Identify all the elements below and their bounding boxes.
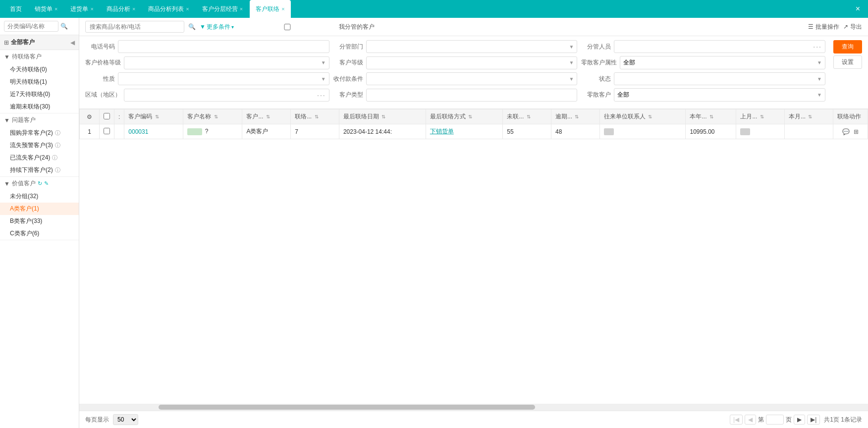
nature-label: 性质 (85, 75, 115, 83)
close-purchase-icon[interactable]: × (90, 6, 93, 12)
customer-level-select[interactable]: ▼ (366, 56, 578, 69)
total-pages-label: 页 (786, 416, 792, 424)
last-month-block (740, 128, 750, 135)
page-size-select[interactable]: 50 20 100 200 (113, 414, 138, 425)
close-sales-icon[interactable]: × (54, 6, 57, 12)
pagination: |◀ ◀ 第 1 页 ▶ ▶| (730, 415, 820, 425)
th-this-month[interactable]: 本月... ⇅ (785, 109, 833, 124)
chat-action-icon[interactable]: 💬 (842, 128, 850, 135)
sidebar-all-customers-header: ⊞ 全部客户 ◀ (0, 35, 79, 50)
edit-group-icon[interactable]: ✎ (44, 180, 49, 187)
nav-tab-home[interactable]: 首页 (4, 0, 28, 18)
close-product-analysis-icon[interactable]: × (132, 6, 135, 12)
price-level-select[interactable]: ▼ (124, 56, 329, 69)
phone-input[interactable] (118, 40, 329, 53)
row-last-method[interactable]: 下销货单 (426, 124, 503, 139)
sidebar-item-churned[interactable]: 已流失客户(24) ⓘ (0, 152, 79, 164)
sidebar-section-value-title[interactable]: ▼ 价值客户 ↻ ✎ (0, 177, 79, 190)
close-product-list-icon[interactable]: × (186, 6, 189, 12)
sidebar-item-churn-warning[interactable]: 流失预警客户(3) ⓘ (0, 139, 79, 152)
row-checkbox[interactable] (104, 128, 110, 134)
th-last-date[interactable]: 最后联络日期 ⇅ (339, 109, 426, 124)
sidebar-item-today[interactable]: 今天待联络(0) (0, 63, 79, 76)
row-index: 1 (80, 124, 100, 139)
dept-select[interactable]: ▼ (366, 40, 578, 53)
th-name[interactable]: 客户名称 ⇅ (183, 109, 242, 124)
collapse-sidebar-icon[interactable]: ◀ (70, 39, 75, 46)
status-select[interactable]: ▼ (614, 72, 825, 85)
th-settings[interactable]: ⚙ (80, 109, 100, 124)
sidebar-item-tomorrow[interactable]: 明天待联络(1) (0, 76, 79, 88)
th-this-year[interactable]: 本年... ⇅ (686, 109, 736, 124)
nav-tab-customer-tier[interactable]: 客户分层经营 × (196, 0, 249, 18)
batch-operation-button[interactable]: ☰ 批量操作 (808, 23, 839, 31)
search-input[interactable] (85, 21, 184, 33)
th-contact[interactable]: 联络... ⇅ (291, 109, 339, 124)
last-page-button[interactable]: ▶| (807, 415, 820, 425)
nature-select[interactable]: ▼ (118, 72, 329, 85)
my-customers-check[interactable] (238, 24, 337, 30)
b-class-label: B类客户(33) (10, 217, 42, 225)
row-code[interactable]: 000031 (124, 124, 183, 139)
export-button[interactable]: ↗ 导出 (843, 23, 862, 31)
th-no-contact[interactable]: 未联... ⇅ (503, 109, 551, 124)
nav-tab-product-analysis[interactable]: 商品分析 × (101, 0, 141, 18)
th-actions: 联络动作 (833, 109, 868, 124)
sidebar-search-input[interactable] (4, 21, 58, 32)
horizontal-scrollbar[interactable] (79, 404, 868, 411)
nav-tab-purchase[interactable]: 进货单 × (64, 0, 99, 18)
th-contact-person[interactable]: 往来单位联系人 ⇅ (599, 109, 686, 124)
my-customers-checkbox[interactable]: 我分管的客户 (238, 23, 375, 31)
sidebar-item-declining[interactable]: 持续下滑客户(2) ⓘ (0, 164, 79, 176)
search-button[interactable]: 🔍 (188, 23, 196, 30)
sidebar-item-b-class[interactable]: B类客户(33) (0, 215, 79, 227)
th-last-month[interactable]: 上月... ⇅ (736, 109, 785, 124)
next-page-button[interactable]: ▶ (794, 415, 805, 425)
scrollbar-thumb[interactable] (159, 405, 535, 410)
region-select[interactable]: ··· (124, 89, 329, 102)
th-overdue[interactable]: 逾期... ⇅ (551, 109, 600, 124)
retail-attr-select[interactable]: 全部 ▼ (620, 56, 825, 69)
sidebar-item-c-class[interactable]: C类客户(6) (0, 227, 79, 240)
sidebar-item-7days[interactable]: 近7天待联络(0) (0, 88, 79, 101)
row-no-contact: 55 (503, 124, 551, 139)
sidebar-section-waiting-title[interactable]: ▼ 待联络客户 (0, 50, 79, 63)
sidebar-section-problem-title[interactable]: ▼ 问题客户 (0, 113, 79, 127)
retail-attr-value: 全部 (623, 58, 635, 67)
manager-select[interactable]: ··· (614, 40, 825, 53)
more-filters-button[interactable]: ▼ 更多条件 ▾ (200, 23, 234, 31)
sidebar-item-a-class[interactable]: A类客户(1) (0, 203, 79, 215)
sidebar-item-overdue[interactable]: 逾期未联络(30) (0, 101, 79, 113)
filter-status: 状态 ▼ (581, 72, 825, 85)
settings-button[interactable]: 设置 (833, 55, 862, 69)
last-method-link[interactable]: 下销货单 (430, 128, 454, 135)
prev-page-button[interactable]: ◀ (745, 415, 756, 425)
customer-type-input[interactable] (366, 89, 578, 102)
th-customer-type[interactable]: 客户... ⇅ (242, 109, 291, 124)
grid-action-icon[interactable]: ⊞ (854, 128, 859, 135)
first-page-button[interactable]: |◀ (730, 415, 743, 425)
sidebar-item-unclassified[interactable]: 未分组(32) (0, 190, 79, 203)
th-code[interactable]: 客户编码 ⇅ (124, 109, 183, 124)
sidebar-item-hoarding[interactable]: 囤购异常客户(2) ⓘ (0, 127, 79, 139)
row-last-date: 2023-04-12 14:44: (339, 124, 426, 139)
query-button[interactable]: 查询 (833, 40, 862, 54)
refresh-icon[interactable]: ↻ (38, 180, 42, 187)
main-layout: 🔍 ⊞ 全部客户 ◀ ▼ 待联络客户 今天待联络(0) 明天待联络(1) 近7天… (0, 18, 868, 428)
row-this-year: 10995.00 (686, 124, 736, 139)
close-customer-tier-icon[interactable]: × (240, 6, 243, 12)
close-customer-contact-icon[interactable]: × (281, 6, 284, 12)
sidebar-search-icon[interactable]: 🔍 (60, 23, 68, 30)
close-all-button[interactable]: × (852, 4, 864, 13)
price-level-label: 客户价格等级 (85, 58, 121, 67)
payment-select[interactable]: ▼ (366, 72, 578, 85)
today-contact-label: 今天待联络(0) (10, 65, 47, 74)
nav-tab-sales[interactable]: 销货单 × (29, 0, 63, 18)
th-last-method[interactable]: 最后联络方式 ⇅ (426, 109, 503, 124)
nav-tab-product-list[interactable]: 商品分析列表 × (142, 0, 195, 18)
retail-select[interactable]: 全部 ▼ (614, 88, 825, 102)
page-number-input[interactable]: 1 (766, 415, 784, 425)
nav-tab-customer-contact[interactable]: 客户联络 × (250, 0, 290, 18)
waiting-section-label: 待联络客户 (12, 53, 42, 61)
select-all-checkbox[interactable] (104, 113, 110, 119)
